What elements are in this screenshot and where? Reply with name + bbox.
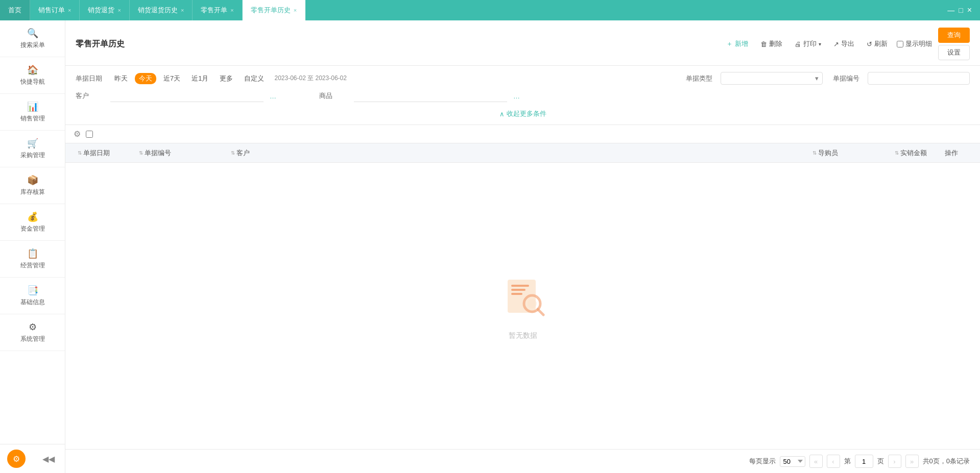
date-opt-today[interactable]: 今天	[135, 73, 156, 84]
date-opt-custom[interactable]: 自定义	[240, 73, 268, 84]
date-filter-label: 单据日期	[76, 74, 106, 83]
tab-retail-history[interactable]: 零售开单历史 ×	[243, 0, 305, 20]
delete-button[interactable]: 🗑 删除	[757, 37, 785, 51]
refresh-label: 刷新	[874, 39, 888, 48]
last-page-btn[interactable]: »	[905, 455, 919, 468]
chevron-up-icon: ∧	[499, 110, 505, 118]
pagination: 每页显示 50 10 20 100 « ‹ 第 页 › » 共0页，0条记录	[65, 449, 980, 473]
sidebar-item-management[interactable]: 📋 经营管理	[0, 241, 65, 278]
sidebar-bottom: ⚙ ◀◀	[0, 444, 65, 473]
th-guide-label: 导购员	[818, 148, 838, 158]
tab-return[interactable]: 销货退货 ×	[80, 0, 129, 20]
add-button[interactable]: ＋ 新增	[723, 37, 751, 51]
th-customer[interactable]: ⇅ 客户	[227, 148, 808, 158]
th-num[interactable]: ⇅ 单据编号	[135, 148, 227, 158]
date-opt-7days[interactable]: 近7天	[159, 73, 184, 84]
svg-line-5	[538, 309, 543, 315]
customer-input[interactable]	[110, 90, 264, 102]
tab-retail-order[interactable]: 零售开单 ×	[193, 0, 242, 20]
sidebar-item-inventory[interactable]: 📦 库存核算	[0, 167, 65, 204]
th-customer-label: 客户	[236, 148, 250, 158]
date-filter: 单据日期 昨天 今天 近7天 近1月 更多 自定义 2023-06-02 至 2…	[76, 73, 347, 84]
main-content: 零售开单历史 ＋ 新增 🗑 删除 🖨 打印 ▾ ↗ 导出	[65, 20, 980, 473]
tab-sales-order[interactable]: 销售订单 ×	[30, 0, 80, 20]
filter-row-2: 客户 … 商品 …	[76, 90, 970, 102]
doc-num-label: 单据编号	[833, 74, 864, 83]
product-select-btn[interactable]: …	[511, 92, 522, 100]
sidebar-item-purchase[interactable]: 🛒 采购管理	[0, 131, 65, 167]
filter-area: 单据日期 昨天 今天 近7天 近1月 更多 自定义 2023-06-02 至 2…	[65, 66, 980, 125]
top-nav: 首页 销售订单 × 销货退货 × 销货退货历史 × 零售开单 × 零售开单历史 …	[0, 0, 980, 20]
tab-return-history-close[interactable]: ×	[181, 7, 184, 13]
first-page-btn[interactable]: «	[809, 455, 823, 468]
sidebar: 🔍 搜索采单 🏠 快捷导航 📊 销售管理 🛒 采购管理 📦 库存核算 💰 资金管…	[0, 20, 65, 473]
th-num-label: 单据编号	[145, 148, 171, 158]
first-page-icon: «	[814, 458, 818, 465]
collapse-button[interactable]: ∧ 收起更多条件	[499, 109, 546, 118]
svg-point-6	[528, 299, 537, 308]
empty-illustration	[497, 272, 548, 323]
sales-icon: 📊	[27, 101, 38, 112]
window-minimize[interactable]: —	[947, 6, 954, 14]
per-page-select[interactable]: 50 10 20 100	[780, 456, 805, 467]
svg-rect-2	[511, 289, 525, 291]
sidebar-item-system[interactable]: ⚙ 系统管理	[0, 314, 65, 351]
display-detail-toggle[interactable]: 显示明细	[897, 39, 932, 48]
table-area: ⚙ ⇅ 单据日期 ⇅ 单据编号 ⇅ 客户 ⇅ 导购员	[65, 125, 980, 449]
date-opt-more[interactable]: 更多	[216, 73, 237, 84]
tab-return-history[interactable]: 销货退货历史 ×	[130, 0, 193, 20]
sidebar-item-nav[interactable]: 🏠 快捷导航	[0, 57, 65, 94]
sidebar-item-sales[interactable]: 📊 销售管理	[0, 94, 65, 131]
finance-icon: 💰	[27, 211, 38, 222]
inventory-icon: 📦	[27, 175, 38, 186]
window-maximize[interactable]: □	[959, 6, 963, 14]
total-text: 共0页，0条记录	[923, 457, 970, 466]
th-guide[interactable]: ⇅ 导购员	[808, 148, 870, 158]
refresh-button[interactable]: ↺ 刷新	[864, 37, 891, 51]
page-input[interactable]	[855, 455, 873, 468]
home-icon: 🏠	[27, 64, 38, 76]
table-header: ⇅ 单据日期 ⇅ 单据编号 ⇅ 客户 ⇅ 导购员 ⇅ 实销金额	[65, 143, 980, 163]
collapse-label: 收起更多条件	[507, 109, 546, 118]
display-detail-checkbox[interactable]	[897, 41, 903, 47]
tab-retail-history-close[interactable]: ×	[294, 7, 297, 13]
system-icon: ⚙	[29, 321, 37, 333]
date-opt-yesterday[interactable]: 昨天	[110, 73, 132, 84]
sort-amount-icon: ⇅	[895, 150, 899, 156]
product-filter: 商品 …	[319, 90, 522, 102]
export-button[interactable]: ↗ 导出	[830, 37, 857, 51]
sidebar-item-search[interactable]: 🔍 搜索采单	[0, 20, 65, 57]
query-button[interactable]: 查询	[938, 28, 970, 43]
next-page-btn[interactable]: ›	[888, 455, 901, 468]
collapse-sidebar-btn[interactable]: ◀◀	[39, 450, 58, 468]
print-button[interactable]: 🖨 打印 ▾	[792, 37, 824, 51]
select-all-checkbox[interactable]	[86, 131, 93, 138]
tab-home[interactable]: 首页	[0, 0, 30, 20]
collapse-row: ∧ 收起更多条件	[76, 107, 970, 118]
window-close[interactable]: ×	[967, 6, 972, 15]
tab-sales-order-close[interactable]: ×	[68, 7, 71, 13]
customer-select-btn[interactable]: …	[268, 92, 278, 100]
settings-bottom-btn[interactable]: ⚙	[7, 450, 26, 468]
basic-icon: 📑	[27, 285, 38, 296]
last-page-icon: »	[910, 458, 914, 465]
tab-return-close[interactable]: ×	[117, 7, 121, 13]
doc-type-select[interactable]	[721, 72, 823, 85]
print-arrow: ▾	[819, 41, 821, 47]
filter-row-1: 单据日期 昨天 今天 近7天 近1月 更多 自定义 2023-06-02 至 2…	[76, 72, 970, 85]
prev-page-btn[interactable]: ‹	[827, 455, 840, 468]
th-date[interactable]: ⇅ 单据日期	[74, 148, 135, 158]
sidebar-item-finance[interactable]: 💰 资金管理	[0, 204, 65, 241]
print-icon: 🖨	[795, 40, 801, 48]
date-opt-1month[interactable]: 近1月	[187, 73, 212, 84]
tab-retail-order-label: 零售开单	[201, 6, 227, 15]
sidebar-item-basic[interactable]: 📑 基础信息	[0, 278, 65, 314]
tab-retail-order-close[interactable]: ×	[230, 7, 233, 13]
table-settings-icon[interactable]: ⚙	[74, 129, 81, 139]
purchase-icon: 🛒	[27, 138, 38, 149]
sort-date-icon: ⇅	[78, 150, 82, 156]
th-amount[interactable]: ⇅ 实销金额	[870, 148, 931, 158]
product-input[interactable]	[354, 90, 507, 102]
setting-button[interactable]: 设置	[938, 45, 970, 60]
doc-num-input[interactable]	[868, 72, 970, 85]
